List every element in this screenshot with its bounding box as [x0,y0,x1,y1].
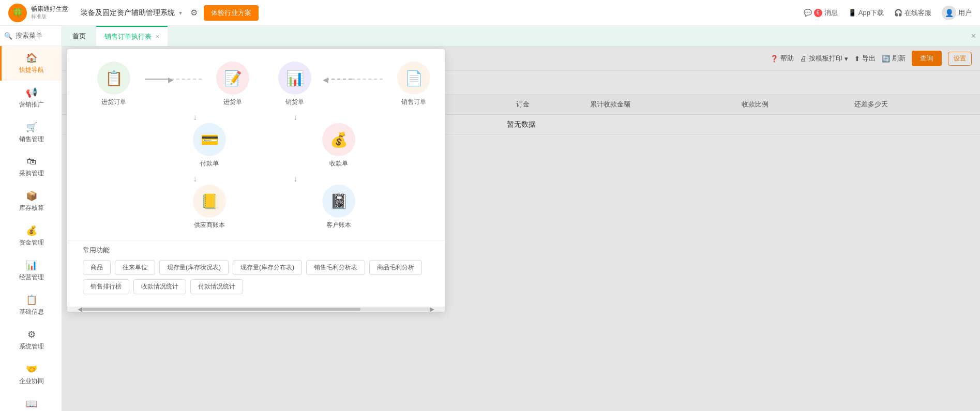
sidebar-item-quick-nav[interactable]: 🏠 快捷导航 [0,46,62,81]
app-download-item[interactable]: 📱 App下载 [848,8,884,18]
tab-close-icon[interactable]: × [156,33,159,40]
flow-item-receipt-bill[interactable]: 💰 收款单 [308,123,370,168]
header-right: 💬 6 消息 📱 App下载 🎧 在线客服 👤 用户 [804,6,972,20]
common-btn-7[interactable]: 收款情况统计 [133,279,186,294]
main-layout: 🔍 搜索菜单 🏠 快捷导航 📢 营销推广 🛒 销售管理 🛍 采购管理 📦 库存核… [0,26,980,411]
system-title: 装备及固定资产辅助管理系统 [81,8,175,18]
flow-arrow-1: ▶ [145,79,202,90]
top-header: 🍀 畅康通好生意 标准版 装备及固定资产辅助管理系统 ▾ ⚙ 体验行业方案 💬 … [0,0,980,26]
sidebar-item-base-info[interactable]: 📋 基础信息 [0,288,62,323]
flow-circle-sales-order: 📄 [397,62,430,95]
sidebar-item-guide[interactable]: 📖 新手引导 [0,392,62,411]
down-arrow-payment: ↓ [178,113,212,122]
flow-label-payment: 付款单 [200,159,219,168]
common-btn-0[interactable]: 商品 [83,260,111,275]
sidebar-label-operations: 经营管理 [19,273,44,282]
sidebar-label-system: 系统管理 [19,342,44,351]
message-item[interactable]: 💬 6 消息 [804,8,838,18]
flow-item-sales-order[interactable]: 📄 销售订单 [383,62,445,106]
user-avatar: 👤 [942,6,956,20]
flow-item-customer-ledger[interactable]: 📓 客户账本 [308,185,370,230]
sidebar-item-enterprise[interactable]: 🤝 企业协同 [0,357,62,392]
flow-circle-supplier: 📒 [193,185,226,218]
sidebar-item-finance[interactable]: 💰 资金管理 [0,219,62,253]
flow-circle-receipt: 💰 [322,123,355,156]
common-btn-4[interactable]: 销售毛利分析表 [306,260,365,275]
flow-item-payment-bill[interactable]: 💳 付款单 [178,123,240,168]
flow-item-supplier-ledger[interactable]: 📒 供应商账本 [178,185,240,230]
common-functions-section: 常用功能 商品往来单位现存量(库存状况表)现存量(库存分布表)销售毛利分析表商品… [67,240,445,307]
flow-section: 📋 进货订单 ▶ [67,49,445,240]
sales-bill-icon: 📊 [286,70,304,87]
sales-order-icon: 📄 [405,70,423,87]
common-btn-8[interactable]: 付款情况统计 [190,279,243,294]
flow-arrows-down: ↓ ↓ [83,112,429,123]
common-btns-row-1: 商品往来单位现存量(库存状况表)现存量(库存分布表)销售毛利分析表商品毛利分析销… [83,260,429,294]
sidebar-item-system[interactable]: ⚙ 系统管理 [0,323,62,357]
scroll-left-arrow[interactable]: ◀ [78,306,82,312]
message-icon: 💬 [804,9,812,17]
flow-circle-payment: 💳 [193,123,226,156]
sidebar-item-purchase[interactable]: 🛍 采购管理 [0,150,62,184]
system-icon: ⚙ [27,329,36,340]
flow-arrows-down-2: ↓ ↓ [83,173,429,185]
close-all-button[interactable]: × [971,32,976,41]
flow-item-purchase-order[interactable]: 📋 进货订单 [83,62,145,106]
settings-icon[interactable]: ⚙ [190,8,198,18]
scrollbar-thumb[interactable] [82,308,360,311]
message-label: 消息 [824,8,838,18]
sidebar-label-enterprise: 企业协同 [19,377,44,386]
flow-circle-purchase-bill: 📝 [216,62,249,95]
user-name: 用户 [958,8,972,18]
sidebar-label-marketing: 营销推广 [19,100,44,109]
sidebar-item-sales[interactable]: 🛒 销售管理 [0,115,62,150]
flow-item-sales-bill[interactable]: 📊 销货单 [264,62,326,106]
tab-home[interactable]: 首页 [62,26,96,46]
flow-row-2: 💳 付款单 💰 收款单 [83,123,429,168]
search-icon: 🔍 [4,32,12,40]
app-download-label: App下载 [858,8,884,18]
down-arrow-receipt: ↓ [279,113,312,122]
customer-icon: 📓 [330,193,348,210]
logo-line2: 标准版 [31,13,68,20]
sales-icon: 🛒 [26,121,37,133]
sidebar-item-operations[interactable]: 📊 经营管理 [0,253,62,288]
headset-icon: 🎧 [894,9,902,17]
common-btn-3[interactable]: 现存量(库存分布表) [233,260,302,275]
down-arrow-customer: ↓ [279,174,312,184]
purchase-order-icon: 📋 [105,70,123,87]
user-item[interactable]: 👤 用户 [942,6,972,20]
enterprise-icon: 🤝 [26,363,37,375]
flow-label-customer: 客户账本 [326,221,351,230]
common-btn-1[interactable]: 往来单位 [115,260,155,275]
trial-button[interactable]: 体验行业方案 [204,5,259,21]
sidebar-item-inventory[interactable]: 📦 库存核算 [0,184,62,219]
payment-icon: 💳 [201,131,219,148]
modal-scrollbar[interactable]: ◀ ▶ [67,307,445,312]
tab-sales-order[interactable]: 销售订单执行表 × [96,26,168,46]
sidebar-label-inventory: 库存核算 [19,204,44,212]
message-badge: 6 [814,9,822,17]
system-dropdown-icon[interactable]: ▾ [179,9,182,17]
flow-circle-purchase-order: 📋 [97,62,130,95]
marketing-icon: 📢 [26,87,37,98]
operations-icon: 📊 [26,260,37,271]
common-btn-2[interactable]: 现存量(库存状况表) [159,260,229,275]
down-arrow-supplier: ↓ [178,174,212,184]
flow-item-purchase-bill[interactable]: 📝 进货单 [202,62,264,106]
logo-line1: 畅康通好生意 [31,5,68,13]
flow-label-receipt: 收款单 [329,159,348,168]
online-service-label: 在线客服 [904,8,931,18]
scrollbar-track[interactable] [82,308,430,311]
flow-label-sales-order: 销售订单 [401,98,426,106]
common-btn-6[interactable]: 销售排行榜 [83,279,129,294]
flow-label-purchase-order: 进货订单 [101,98,126,106]
online-service-item[interactable]: 🎧 在线客服 [894,8,931,18]
sidebar-item-marketing[interactable]: 📢 营销推广 [0,81,62,115]
page-content: ❓ 帮助 🖨 按模板打印 ▾ ⬆ 导出 🔄 刷新 查询 设置 [62,47,980,411]
sidebar-search[interactable]: 🔍 搜索菜单 [0,26,62,46]
sidebar: 🔍 搜索菜单 🏠 快捷导航 📢 营销推广 🛒 销售管理 🛍 采购管理 📦 库存核… [0,26,62,411]
sidebar-label-sales: 销售管理 [19,135,44,144]
common-btn-5[interactable]: 商品毛利分析 [369,260,422,275]
scroll-right-arrow[interactable]: ▶ [430,306,434,312]
